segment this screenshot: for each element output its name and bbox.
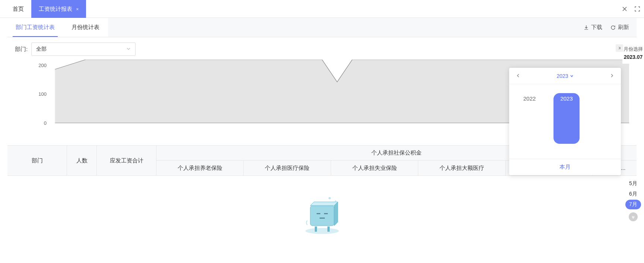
ytick-100: 100 xyxy=(38,91,47,97)
next-year-icon[interactable] xyxy=(610,72,614,80)
svg-rect-3 xyxy=(310,206,334,226)
svg-point-2 xyxy=(305,228,339,234)
dept-select-value: 全部 xyxy=(36,46,47,53)
scroll-down-icon[interactable] xyxy=(629,212,638,221)
year-picker-popup: 2023 2022 2023 本月 xyxy=(509,68,621,175)
prev-year-icon[interactable] xyxy=(516,72,520,80)
chevron-down-icon xyxy=(126,46,131,52)
tab-home[interactable]: 首页 xyxy=(5,0,31,18)
th-count: 人数 xyxy=(67,146,97,175)
ytick-0: 0 xyxy=(44,120,47,126)
dept-select[interactable]: 全部 xyxy=(31,42,136,56)
month-7[interactable]: 7月 xyxy=(625,200,641,209)
month-5[interactable]: 5月 xyxy=(625,179,641,188)
month-select-value[interactable]: 2023.07 xyxy=(624,54,643,60)
tab-month-stats[interactable]: 月份统计表 xyxy=(63,18,108,37)
svg-point-12 xyxy=(335,200,336,202)
tab-dept-stats[interactable]: 部门工资统计表 xyxy=(7,18,63,37)
empty-state xyxy=(7,176,637,250)
svg-rect-9 xyxy=(315,226,317,232)
year-option-2022[interactable]: 2022 xyxy=(517,93,542,144)
th-unemployment: 个人承担失业保险 xyxy=(331,161,418,175)
close-icon[interactable] xyxy=(621,5,628,13)
th-total: 应发工资合计 xyxy=(97,146,156,175)
svg-rect-6 xyxy=(317,213,320,214)
th-dept: 部门 xyxy=(7,146,67,175)
th-major-medical: 个人承担大额医疗 xyxy=(418,161,505,175)
refresh-button[interactable]: 刷新 xyxy=(610,24,629,31)
svg-rect-7 xyxy=(324,213,328,214)
th-medical: 个人承担医疗保险 xyxy=(244,161,331,175)
ytick-200: 200 xyxy=(38,63,47,68)
refresh-label: 刷新 xyxy=(618,24,629,31)
month-6[interactable]: 6月 xyxy=(625,189,641,199)
this-month-button[interactable]: 本月 xyxy=(509,159,621,175)
chevron-down-icon xyxy=(570,74,574,78)
tab-salary-report[interactable]: 工资统计报表 × xyxy=(31,0,86,18)
download-button[interactable]: 下载 xyxy=(584,24,602,31)
year-option-2023[interactable]: 2023 xyxy=(553,93,579,144)
svg-marker-5 xyxy=(334,202,338,226)
th-pension: 个人承担养老保险 xyxy=(156,161,244,175)
close-icon[interactable]: × xyxy=(76,7,79,12)
svg-rect-8 xyxy=(320,218,325,219)
download-label: 下载 xyxy=(591,24,602,31)
collapse-icon[interactable] xyxy=(616,44,623,52)
svg-point-11 xyxy=(329,197,331,199)
svg-marker-4 xyxy=(310,202,338,206)
year-current[interactable]: 2023 xyxy=(556,73,573,79)
dept-filter-label: 部门: xyxy=(15,46,28,53)
month-select-title: 月份选择 xyxy=(624,46,643,53)
year-current-label: 2023 xyxy=(556,73,568,79)
tab-salary-report-label: 工资统计报表 xyxy=(39,6,72,12)
svg-rect-10 xyxy=(327,226,330,232)
fullscreen-icon[interactable] xyxy=(634,5,641,13)
